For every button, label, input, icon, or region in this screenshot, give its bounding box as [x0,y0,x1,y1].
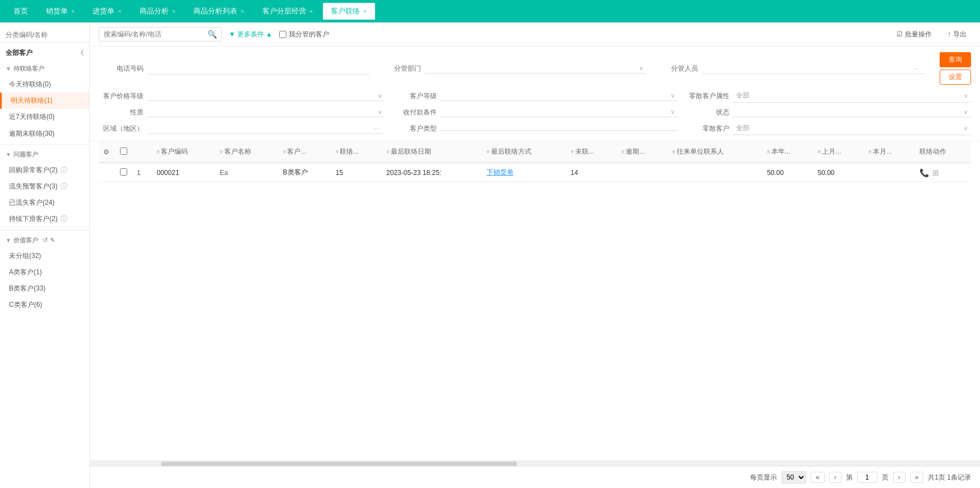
scrollbar-thumb[interactable] [161,462,517,466]
my-customers-wrap[interactable]: 我分管的客户 [279,30,329,39]
value-customers-group[interactable]: ▼ 价值客户 ↺ ✎ [0,233,89,248]
th-related-person[interactable]: ≡往来单位联系人 [668,141,762,163]
td-action: 📞 ⊞ [915,163,971,182]
pending-contact-group[interactable]: ▼ 待联络客户 [0,61,89,76]
price-level-filter: 客户价格等级 ∨ [99,91,385,101]
th-last-contact-method[interactable]: ≡最后联络方式 [482,141,566,163]
ungrouped-item[interactable]: 未分组(32) [0,248,89,264]
edit-icon[interactable]: ✎ [50,237,55,244]
horizontal-scrollbar[interactable] [90,461,980,466]
sidebar-search-wrap[interactable]: 🔍 [0,27,89,43]
week-contact-item[interactable]: 近7天待联络(0) [0,109,89,125]
more-filters-btn[interactable]: ▼ 更多条件 ▲ [229,30,272,39]
batch-operation-btn[interactable]: ☑ 批量操作 [892,27,936,42]
th-no-contact[interactable]: ≡未联... [566,141,617,163]
tomorrow-contact-item[interactable]: 明天待联络(1) [0,93,89,109]
contact-method-link[interactable]: 下销货单 [487,168,514,176]
repurchase-abnormal-item[interactable]: 回购异常客户(2) ⓘ [0,162,89,178]
customer-level-select[interactable]: ∨ [440,91,678,101]
nav-product-analysis[interactable]: 商品分析× [132,3,183,20]
per-page-select[interactable]: 50 [782,471,806,484]
region-select[interactable]: ··· [147,123,385,134]
th-last-contact-date[interactable]: ≡最后联络日期 [382,141,482,163]
continuous-down-item[interactable]: 持续下滑客户(2) ⓘ [0,211,89,227]
nav-home[interactable]: 首页 [6,3,36,20]
td-this-month [864,163,915,182]
th-last-month[interactable]: ≡上月... [813,141,864,163]
problem-customers-group[interactable]: ▼ 问题客户 [0,147,89,162]
phone-input[interactable] [147,63,369,75]
th-setting[interactable]: ⚙ [99,141,115,163]
total-label: 共1页 1条记录 [928,473,971,482]
chevron-down-icon6: ∨ [671,109,674,115]
customer-type-select[interactable] [440,127,678,131]
customer-type-label: 客户类型 [392,124,437,133]
row-checkbox[interactable] [120,168,127,176]
nav-customer-contact[interactable]: 客户联络× [323,3,375,20]
retail-customer-select[interactable]: 全部 ∨ [733,122,971,135]
nav-close-purchase[interactable]: × [118,8,121,15]
ellipsis-icon[interactable]: ··· [911,65,921,72]
select-all-checkbox[interactable] [120,148,127,155]
td-last-contact-method[interactable]: 下销货单 [482,163,566,182]
more-action-icon[interactable]: ⊞ [932,168,939,177]
payment-filter: 收付款条件 ∨ [392,107,678,117]
status-select[interactable]: ∨ [733,107,971,117]
class-b-item[interactable]: B类客户(33) [0,280,89,297]
nav-close-product-list[interactable]: × [241,8,244,15]
query-btn[interactable]: 查询 [940,52,971,67]
refresh-icon[interactable]: ↺ [43,237,48,244]
filter-icon: ▼ [229,30,235,38]
search-input-wrap[interactable]: 🔍 [99,27,222,42]
filter-panel: 电话号码 分管部门 ∨ 分管人员 ··· [90,47,980,141]
th-type[interactable]: ≡客户... [279,141,331,163]
chevron-down-icon2: ∨ [378,93,382,99]
lost-warning-item[interactable]: 流失预警客户(3) ⓘ [0,178,89,195]
nav-close-product-analysis[interactable]: × [172,8,175,15]
nav-product-analysis-list[interactable]: 商品分析列表× [186,3,252,20]
top-nav: 首页 销货单× 进货单× 商品分析× 商品分析列表× 客户分层经营× 客户联络× [0,0,980,22]
th-this-month[interactable]: ≡本月... [864,141,915,163]
dept-select[interactable]: ∨ [424,63,647,73]
person-select[interactable]: ··· [701,63,924,74]
search-submit-icon[interactable]: 🔍 [207,30,217,39]
class-c-item[interactable]: C类客户(6) [0,297,89,313]
td-name[interactable]: Ea [215,163,279,182]
nav-sales-order[interactable]: 销货单× [38,3,82,20]
sidebar-search-input[interactable] [6,31,90,39]
first-page-btn[interactable]: « [811,472,825,483]
setting-btn[interactable]: 设置 [940,70,971,85]
per-page-label: 每页显示 [750,473,777,482]
already-lost-item[interactable]: 已流失客户(24) [0,195,89,211]
th-code[interactable]: ≡客户编码 [152,141,216,163]
overdue-contact-item[interactable]: 逾期未联络(30) [0,126,89,142]
phone-action-icon[interactable]: 📞 [919,168,929,177]
all-customers-header[interactable]: 全部客户 《 [0,45,89,61]
nav-close-sales[interactable]: × [71,8,75,15]
prev-page-btn[interactable]: ‹ [829,472,842,483]
th-overdue[interactable]: ≡逾期... [617,141,668,163]
next-page-btn[interactable]: › [893,472,905,483]
ellipsis-icon2[interactable]: ··· [372,125,382,132]
page-number-input[interactable] [857,472,877,483]
export-btn[interactable]: ↑ 导出 [943,27,971,42]
th-this-year[interactable]: ≡本年... [762,141,813,163]
last-page-btn[interactable]: » [910,472,924,483]
today-contact-item[interactable]: 今天待联络(0) [0,76,89,93]
chevron-down-icon: ∨ [639,65,643,71]
nav-customer-tiering[interactable]: 客户分层经营× [255,3,321,20]
nav-close-contact[interactable]: × [363,8,367,15]
price-level-select[interactable]: ∨ [147,91,385,101]
gender-select[interactable]: ∨ [147,107,385,117]
th-contact[interactable]: ≡联络... [331,141,382,163]
class-a-item[interactable]: A类客户(1) [0,264,89,280]
chevron-down-icon3: ∨ [671,93,674,99]
th-index [132,141,152,163]
th-name[interactable]: ≡客户名称 [215,141,279,163]
nav-purchase-order[interactable]: 进货单× [85,3,129,20]
payment-select[interactable]: ∨ [440,107,678,117]
retail-attr-select[interactable]: 全部 ∨ [733,89,971,103]
search-input[interactable] [104,30,207,38]
my-customers-checkbox[interactable] [279,31,286,38]
nav-close-tiering[interactable]: × [309,8,313,15]
